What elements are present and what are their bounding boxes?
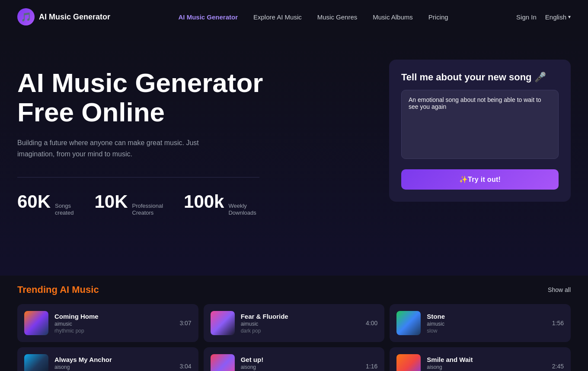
logo-text: AI Music Generator [39,13,110,22]
music-thumbnail [396,354,421,371]
try-it-out-button[interactable]: ✨Try it out! [401,169,559,190]
stat-label: WeeklyDownloads [228,203,256,217]
show-all-button[interactable]: Show all [548,286,571,293]
trending-title: Trending AI Music [17,284,99,295]
music-card-fear-fluoride[interactable]: Fear & Fluoride aimusic dark pop 4:00 [204,304,385,342]
music-card-coming-home[interactable]: Coming Home aimusic rhythmic pop 3:07 [17,304,198,342]
music-duration: 1:56 [552,320,564,327]
music-card-stone[interactable]: Stone aimusic slow 1:56 [390,304,571,342]
trending-header: Trending AI Music Show all [17,284,571,295]
sign-in-button[interactable]: Sign In [516,13,537,21]
music-creator: aisong [427,364,546,370]
language-dropdown-arrow: ▾ [568,14,571,20]
trending-grid: Coming Home aimusic rhythmic pop 3:07 Fe… [17,304,571,371]
music-title: Coming Home [54,313,173,320]
hero-stats: 60K Songscreated 10K ProfessionalCreator… [17,191,285,217]
stat-label: Songscreated [55,203,74,217]
song-description-input[interactable] [401,90,559,159]
music-duration: 2:45 [552,363,564,370]
music-creator: aisong [54,364,173,370]
hero-subtitle: Building a future where anyone can make … [17,137,225,159]
hero-title: AI Music Generator Free Online [17,68,285,127]
music-genre: slow [427,328,546,334]
music-info: Always My Anchor aisong piano-driven pop… [54,356,173,371]
music-thumbnail [211,311,235,335]
music-card-smile-and-wait[interactable]: Smile and Wait aisong melodic heartfelt … [390,347,571,371]
logo[interactable]: 🎵 AI Music Generator [17,8,110,25]
stat-number: 10K [94,191,128,212]
music-thumbnail [24,311,48,335]
language-selector[interactable]: English ▾ [545,13,571,21]
music-title: Fear & Fluoride [241,313,360,320]
music-info: Coming Home aimusic rhythmic pop [54,313,173,334]
nav-link-ai-music-generator[interactable]: AI Music Generator [178,13,238,21]
trending-section: Trending AI Music Show all Coming Home a… [0,276,588,371]
music-duration: 1:16 [366,363,377,370]
stat-number: 60K [17,191,51,212]
music-title: Smile and Wait [427,356,546,363]
music-title: Stone [427,313,546,320]
nav-link-pricing[interactable]: Pricing [428,13,448,21]
music-genre: rhythmic pop [54,328,173,334]
hero-section: AI Music Generator Free Online Building … [0,34,588,276]
music-creator: aimusic [54,321,173,327]
music-title: Get up! [241,356,360,363]
stat-60k: 60K Songscreated [17,191,74,217]
music-card-always-my-anchor[interactable]: Always My Anchor aisong piano-driven pop… [17,347,198,371]
nav-right: Sign In English ▾ [516,13,571,21]
nav-link-music-albums[interactable]: Music Albums [373,13,413,21]
hero-left: AI Music Generator Free Online Building … [17,60,285,217]
stat-100k: 100k WeeklyDownloads [184,191,256,217]
card-title: Tell me about your new song 🎤 [401,72,559,83]
song-generator-card: Tell me about your new song 🎤 ✨Try it ou… [389,60,571,202]
stat-number: 100k [184,191,224,212]
music-creator: aimusic [241,321,360,327]
navbar: 🎵 AI Music Generator AI Music GeneratorE… [0,0,588,34]
music-genre: dark pop [241,328,360,334]
music-duration: 4:00 [366,320,377,327]
nav-link-explore-ai-music[interactable]: Explore AI Music [253,13,302,21]
music-info: Fear & Fluoride aimusic dark pop [241,313,360,334]
music-creator: aisong [241,364,360,370]
music-info: Stone aimusic slow [427,313,546,334]
nav-links: AI Music GeneratorExplore AI MusicMusic … [178,13,448,21]
stat-10k: 10K ProfessionalCreators [94,191,163,217]
logo-icon: 🎵 [17,8,35,25]
music-thumbnail [211,354,235,371]
music-thumbnail [396,311,421,335]
music-duration: 3:07 [179,320,191,327]
music-title: Always My Anchor [54,356,173,363]
music-info: Get up! aisong witch house, soviet post-… [241,356,360,371]
stat-label: ProfessionalCreators [132,203,163,217]
music-duration: 3:04 [179,363,191,370]
music-thumbnail [24,354,48,371]
music-creator: aimusic [427,321,546,327]
nav-link-music-genres[interactable]: Music Genres [317,13,358,21]
hero-divider [17,177,259,178]
music-info: Smile and Wait aisong melodic heartfelt … [427,356,546,371]
language-label: English [545,13,566,21]
music-card-get-up[interactable]: Get up! aisong witch house, soviet post-… [204,347,385,371]
